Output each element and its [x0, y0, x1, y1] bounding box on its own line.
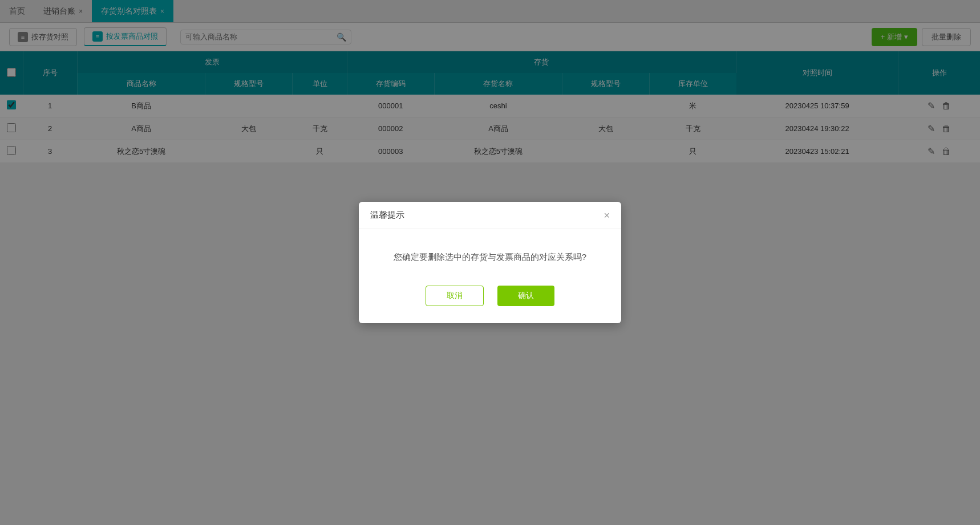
- dialog-overlay: 温馨提示 × 您确定要删除选中的存货与发票商品的对应关系吗? 取消 确认: [0, 0, 980, 163]
